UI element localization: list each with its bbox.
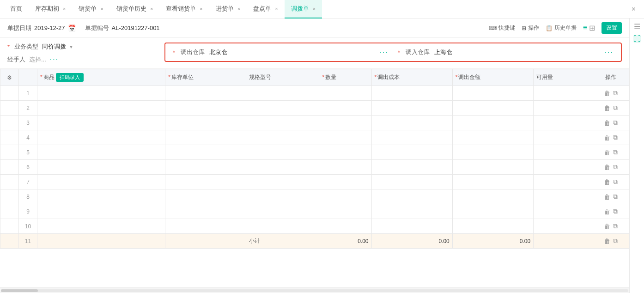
qty-cell[interactable] [319, 116, 371, 130]
delete-row-icon[interactable]: 🗑 [604, 164, 610, 171]
tab-sales-history[interactable]: 销货单历史 × [110, 0, 159, 18]
cost-cell[interactable] [371, 130, 452, 145]
amount-cell[interactable] [452, 175, 533, 189]
cost-cell[interactable] [371, 189, 452, 204]
calendar-icon[interactable]: 📅 [68, 24, 76, 32]
history-button[interactable]: 📋 历史单据 [546, 24, 577, 32]
product-cell[interactable] [37, 189, 165, 204]
product-cell[interactable] [37, 204, 165, 219]
delete-row-icon[interactable]: 🗑 [604, 193, 610, 201]
close-view-sales[interactable]: × [200, 6, 202, 12]
spec-cell[interactable] [246, 86, 319, 101]
spec-cell[interactable] [246, 204, 319, 219]
transfer-out-more-btn[interactable]: ··· [380, 48, 389, 56]
cost-cell[interactable] [371, 204, 452, 219]
product-cell[interactable] [37, 160, 165, 175]
cost-cell[interactable] [371, 145, 452, 160]
product-cell[interactable] [37, 175, 165, 189]
amount-cell[interactable] [452, 130, 533, 145]
tab-view-sales[interactable]: 查看销货单 × [159, 0, 209, 18]
qty-cell[interactable] [319, 145, 371, 160]
amount-cell[interactable] [452, 101, 533, 116]
delete-row-icon[interactable]: 🗑 [604, 134, 610, 141]
close-main-button[interactable]: × [627, 5, 640, 13]
cost-cell[interactable] [371, 160, 452, 175]
product-cell[interactable] [37, 219, 165, 234]
qty-cell[interactable] [319, 130, 371, 145]
qty-cell[interactable] [319, 101, 371, 116]
copy-row-icon[interactable]: ⧉ [613, 104, 618, 112]
unit-cell[interactable] [165, 101, 246, 116]
amount-cell[interactable] [452, 189, 533, 204]
copy-row-icon[interactable]: ⧉ [613, 134, 618, 141]
product-cell[interactable] [37, 86, 165, 101]
unit-cell[interactable] [165, 86, 246, 101]
handler-select[interactable]: 选择... [29, 55, 46, 64]
sidebar-expand-icon[interactable]: ⛶ [633, 35, 641, 43]
delete-row-icon[interactable]: 🗑 [604, 208, 610, 215]
cost-cell[interactable] [371, 101, 452, 116]
close-stocktake[interactable]: × [275, 6, 278, 12]
spec-cell[interactable] [246, 160, 319, 175]
spec-cell[interactable] [246, 130, 319, 145]
scroll-thumb[interactable] [1, 289, 38, 292]
cost-cell[interactable] [371, 175, 452, 189]
amount-cell[interactable] [452, 219, 533, 234]
tab-inventory-init[interactable]: 库存期初 × [29, 0, 72, 18]
cost-cell[interactable] [371, 86, 452, 101]
handler-more-btn[interactable]: ··· [50, 55, 59, 64]
unit-cell[interactable] [165, 145, 246, 160]
unit-cell[interactable] [165, 175, 246, 189]
copy-row-icon[interactable]: ⧉ [613, 193, 618, 201]
business-type-select[interactable]: 同价调拨 ▼ [42, 43, 73, 51]
amount-cell[interactable] [452, 116, 533, 130]
delete-row-icon[interactable]: 🗑 [604, 223, 610, 230]
transfer-in-more-btn[interactable]: ··· [605, 48, 614, 56]
unit-cell[interactable] [165, 219, 246, 234]
amount-cell[interactable] [452, 204, 533, 219]
list-view-icon[interactable]: ≡ [583, 24, 587, 32]
delete-row-icon[interactable]: 🗑 [604, 178, 610, 186]
copy-icon[interactable]: ⧉ [613, 237, 618, 245]
delete-row-icon[interactable]: 🗑 [604, 104, 610, 112]
scan-button[interactable]: 扫码录入 [56, 73, 84, 82]
qty-cell[interactable] [319, 86, 371, 101]
copy-row-icon[interactable]: ⧉ [613, 222, 618, 230]
shortcut-button[interactable]: ⌨ 快捷键 [489, 24, 515, 32]
tab-transfer[interactable]: 调拨单 × [285, 0, 322, 18]
delete-row-icon[interactable]: 🗑 [604, 149, 610, 156]
spec-cell[interactable] [246, 116, 319, 130]
copy-row-icon[interactable]: ⧉ [613, 119, 618, 127]
product-cell[interactable] [37, 116, 165, 130]
spec-cell[interactable] [246, 189, 319, 204]
copy-row-icon[interactable]: ⧉ [613, 89, 618, 97]
unit-cell[interactable] [165, 116, 246, 130]
sidebar-list-icon[interactable]: ☰ [634, 22, 640, 31]
delete-row-icon[interactable]: 🗑 [604, 90, 610, 97]
product-cell[interactable] [37, 130, 165, 145]
qty-cell[interactable] [319, 219, 371, 234]
operations-button[interactable]: ⊞ 操作 [522, 24, 539, 32]
product-cell[interactable] [37, 101, 165, 116]
gear-column-header[interactable]: ⚙ [0, 69, 19, 86]
spec-cell[interactable] [246, 175, 319, 189]
copy-row-icon[interactable]: ⧉ [613, 163, 618, 171]
qty-cell[interactable] [319, 160, 371, 175]
grid-view-icon[interactable]: ⊞ [589, 24, 595, 32]
spec-cell[interactable] [246, 101, 319, 116]
horizontal-scrollbar[interactable] [0, 287, 629, 293]
amount-cell[interactable] [452, 145, 533, 160]
unit-cell[interactable] [165, 160, 246, 175]
unit-cell[interactable] [165, 130, 246, 145]
delete-row-icon[interactable]: 🗑 [604, 119, 610, 127]
spec-cell[interactable] [246, 219, 319, 234]
unit-cell[interactable] [165, 204, 246, 219]
close-sales-order[interactable]: × [100, 6, 103, 12]
qty-cell[interactable] [319, 189, 371, 204]
copy-row-icon[interactable]: ⧉ [613, 208, 618, 215]
cost-cell[interactable] [371, 116, 452, 130]
copy-row-icon[interactable]: ⧉ [613, 178, 618, 186]
close-transfer[interactable]: × [313, 6, 316, 12]
amount-cell[interactable] [452, 86, 533, 101]
tab-stocktake[interactable]: 盘点单 × [247, 0, 284, 18]
